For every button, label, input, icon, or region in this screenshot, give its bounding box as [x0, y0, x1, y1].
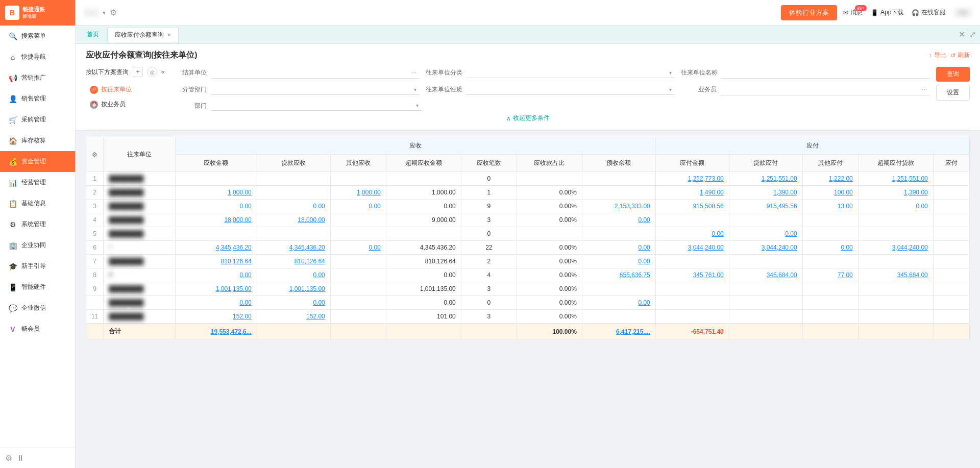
table-cell[interactable] — [330, 282, 386, 296]
table-cell[interactable] — [729, 282, 802, 296]
chevron-down-icon[interactable]: ▾ — [103, 9, 106, 16]
table-cell[interactable]: 810,126.64 — [176, 255, 257, 268]
sidebar-item-marketing[interactable]: 📢 营销推广 — [0, 67, 75, 88]
sidebar-item-ops[interactable]: 📊 经营管理 — [0, 172, 75, 193]
sidebar-item-system[interactable]: ⚙ 系统管理 — [0, 214, 75, 235]
salesman-select[interactable]: ··· — [721, 84, 930, 95]
message-badge[interactable]: ✉ 消息 99+ — [843, 8, 863, 17]
settings-bottom-icon[interactable]: ⚙ — [5, 453, 12, 463]
table-cell[interactable]: 3,044,240.00 — [655, 241, 729, 255]
table-cell[interactable]: 0.00 — [176, 268, 257, 282]
table-cell[interactable] — [582, 172, 655, 186]
table-cell[interactable]: 152.00 — [176, 310, 257, 324]
table-cell[interactable] — [330, 172, 386, 186]
table-cell[interactable]: 0.00 — [176, 296, 257, 310]
table-cell[interactable] — [858, 227, 933, 241]
table-cell[interactable]: 77.00 — [802, 268, 858, 282]
app-download[interactable]: 📱 App下载 — [871, 8, 903, 17]
filter-add-button[interactable]: + — [133, 67, 143, 77]
query-button[interactable]: 查询 — [936, 67, 970, 82]
table-cell[interactable]: 1,390.00 — [858, 186, 933, 200]
table-cell[interactable]: 1,001,135.00 — [257, 282, 330, 296]
table-cell[interactable]: 1,252,773.00 — [655, 172, 729, 186]
table-cell[interactable]: 345,684.00 — [729, 268, 802, 282]
table-cell[interactable]: 1,222.00 — [802, 172, 858, 186]
table-cell[interactable]: 3,044,240.00 — [729, 241, 802, 255]
table-cell[interactable] — [330, 227, 386, 241]
table-cell[interactable] — [582, 282, 655, 296]
online-service[interactable]: 🎧 在线客服 — [912, 8, 946, 17]
sidebar-item-corp[interactable]: 🏢 企业协同 — [0, 235, 75, 256]
table-cell[interactable] — [858, 255, 933, 268]
dept-manager-select[interactable]: ▾ — [211, 85, 420, 95]
table-cell[interactable] — [655, 282, 729, 296]
partner-name-input[interactable] — [721, 67, 930, 79]
table-cell[interactable] — [802, 282, 858, 296]
table-cell[interactable] — [729, 255, 802, 268]
table-cell[interactable] — [858, 296, 933, 310]
table-cell[interactable]: 152.00 — [257, 310, 330, 324]
table-cell[interactable] — [858, 282, 933, 296]
table-cell[interactable] — [802, 296, 858, 310]
table-cell[interactable] — [729, 213, 802, 227]
partner-category-select[interactable]: ▾ — [465, 68, 675, 78]
sidebar-item-hardware[interactable]: 📱 智能硬件 — [0, 277, 75, 298]
table-cell[interactable] — [582, 186, 655, 200]
expand-window-button[interactable]: ⤢ — [969, 30, 976, 39]
table-cell[interactable]: 100.00 — [802, 186, 858, 200]
tab-close-icon[interactable]: ✕ — [167, 32, 171, 38]
table-cell[interactable]: 1,390.00 — [729, 186, 802, 200]
table-cell[interactable]: 0.00 — [582, 296, 655, 310]
settlement-unit-input[interactable]: ··· — [211, 67, 420, 79]
sidebar-item-member[interactable]: V 畅会员 — [0, 318, 75, 339]
table-cell[interactable]: 13.00 — [802, 200, 858, 213]
table-cell[interactable]: 0.00 — [802, 241, 858, 255]
table-cell[interactable] — [802, 213, 858, 227]
table-cell[interactable] — [257, 186, 330, 200]
footer-ar-advance[interactable]: 6,417,215.... — [582, 324, 655, 339]
table-cell[interactable]: 18,000.00 — [257, 213, 330, 227]
table-cell[interactable]: 1,000.00 — [176, 186, 257, 200]
table-cell[interactable]: 1,490.00 — [655, 186, 729, 200]
sidebar-item-search[interactable]: 🔍 搜索菜单 — [0, 26, 75, 46]
sidebar-item-finance[interactable]: 💰 资金管理 — [0, 151, 75, 172]
table-cell[interactable] — [729, 310, 802, 324]
filter-type-by-partner[interactable]: 户 按往来单位 — [86, 83, 147, 96]
table-cell[interactable]: 1,001,135.00 — [176, 282, 257, 296]
table-cell[interactable] — [655, 213, 729, 227]
table-cell[interactable]: 4,345,436.20 — [176, 241, 257, 255]
table-cell[interactable] — [330, 255, 386, 268]
table-cell[interactable] — [257, 172, 330, 186]
table-cell[interactable]: 0.00 — [257, 296, 330, 310]
gear-icon[interactable]: ⚙ — [110, 8, 117, 17]
table-cell[interactable] — [858, 213, 933, 227]
table-cell[interactable]: 0.00 — [330, 241, 386, 255]
table-cell[interactable]: 0.00 — [655, 227, 729, 241]
table-cell[interactable]: 655,636.75 — [582, 268, 655, 282]
table-cell[interactable]: 0.00 — [257, 268, 330, 282]
close-window-button[interactable]: ✕ — [959, 30, 965, 39]
table-cell[interactable] — [802, 227, 858, 241]
sidebar-item-inventory[interactable]: 🏠 库存核算 — [0, 130, 75, 151]
table-cell[interactable] — [176, 172, 257, 186]
table-cell[interactable]: 0.00 — [176, 200, 257, 213]
table-cell[interactable]: 3,044,240.00 — [858, 241, 933, 255]
table-cell[interactable] — [330, 268, 386, 282]
table-cell[interactable] — [655, 310, 729, 324]
table-cell[interactable] — [330, 296, 386, 310]
table-cell[interactable] — [655, 296, 729, 310]
table-cell[interactable] — [655, 255, 729, 268]
table-cell[interactable]: 4,345,436.20 — [257, 241, 330, 255]
footer-ar-amount[interactable]: 19,553,472,6... — [176, 324, 257, 339]
table-cell[interactable]: 1,000.00 — [330, 186, 386, 200]
filter-collapse-button[interactable]: « — [161, 68, 165, 76]
table-cell[interactable]: 0.00 — [858, 200, 933, 213]
dept-select[interactable]: ▾ — [211, 101, 422, 111]
sidebar-item-sales[interactable]: 👤 销售管理 — [0, 88, 75, 109]
sidebar-item-purchase[interactable]: 🛒 采购管理 — [0, 109, 75, 130]
table-cell[interactable]: 0.00 — [330, 200, 386, 213]
filter-set-button[interactable]: ◎ — [147, 67, 157, 77]
solution-button[interactable]: 体验行业方案 — [781, 5, 837, 20]
table-cell[interactable]: 915,495.56 — [729, 200, 802, 213]
collapse-more-button[interactable]: ∧ 收起更多条件 — [86, 111, 970, 126]
